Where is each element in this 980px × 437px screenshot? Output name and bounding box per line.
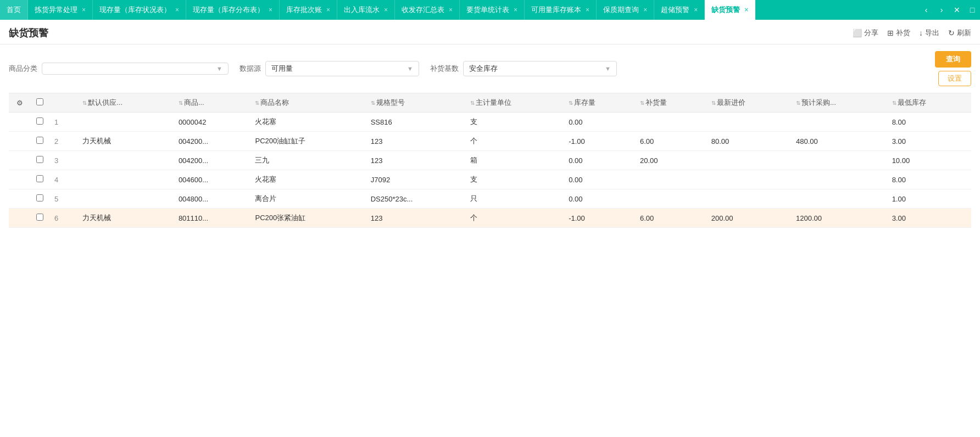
min-stock-th[interactable]: ⇅最低库存 [887, 93, 971, 113]
checkbox-cell[interactable] [31, 209, 49, 228]
tab-close-order-stats[interactable]: × [514, 6, 517, 14]
tab-close-expiry-query[interactable]: × [643, 6, 647, 14]
replenish-qty-cell: 20.00 [634, 151, 706, 170]
tab-label-inventory-dist: 现存量（库存分布表） [193, 5, 264, 15]
tab-expiry-query[interactable]: 保质期查询× [597, 0, 654, 20]
settings-button[interactable]: 设置 [938, 71, 971, 86]
table-row: 5004800...离合片DS250*23c...只0.001.00 [9, 189, 971, 209]
tab-close-inventory-dist[interactable]: × [269, 6, 272, 14]
row-checkbox[interactable] [36, 214, 43, 221]
spec-th-label: 规格型号 [376, 98, 405, 107]
share-button[interactable]: ⬜ 分享 [853, 28, 878, 38]
checkbox-cell[interactable] [31, 113, 49, 132]
default-supplier-cell [77, 170, 173, 189]
tab-inout-flow[interactable]: 出入库流水× [337, 0, 395, 20]
empty-gear-cell [9, 113, 31, 132]
checkbox-cell[interactable] [31, 151, 49, 170]
tab-order-stats[interactable]: 要货单统计表× [460, 0, 525, 20]
tab-available-ledger[interactable]: 可用量库存账本× [525, 0, 597, 20]
empty-gear-cell [9, 170, 31, 189]
tab-close-available-ledger[interactable]: × [586, 6, 589, 14]
stock-th[interactable]: ⇅库存量 [563, 93, 634, 113]
supplier-th-label: 默认供应... [88, 98, 122, 107]
estimated-purchase-cell [790, 170, 887, 189]
tab-receive-summary[interactable]: 收发存汇总表× [395, 0, 460, 20]
tab-close-receive-summary[interactable]: × [449, 6, 453, 14]
unit-cell: 支 [465, 170, 563, 189]
row-num-cell: 1 [49, 113, 77, 132]
latest-price-th[interactable]: ⇅最新进价 [706, 93, 790, 113]
replenish-qty-th[interactable]: ⇅补货量 [634, 93, 706, 113]
tab-label-overstock: 超储预警 [661, 5, 689, 15]
checkbox-cell[interactable] [31, 170, 49, 189]
tab-close-shortage[interactable]: × [744, 6, 748, 14]
category-filter-group: 商品分类 ▼ [9, 63, 229, 75]
replenish-base-label: 补货基数 [430, 64, 459, 74]
replenish-base-select[interactable]: 安全库存 ▼ [463, 61, 617, 76]
min-stock-cell: 1.00 [887, 189, 971, 209]
tab-label-available-ledger: 可用量库存账本 [531, 5, 581, 15]
tab-shortage[interactable]: 缺货预警× [705, 0, 755, 20]
tab-maximize-btn[interactable]: □ [965, 0, 980, 20]
table-header-row: ⚙ ⇅默认供应... ⇅商品... ⇅商品名称 ⇅规格型号 ⇅主计量单位 ⇅库存… [9, 93, 971, 113]
estimated-purchase-cell [790, 113, 887, 132]
category-chevron-icon: ▼ [216, 65, 222, 72]
row-checkbox[interactable] [36, 175, 43, 182]
unit-th[interactable]: ⇅主计量单位 [465, 93, 563, 113]
latest-price-th-label: 最新进价 [717, 98, 745, 107]
default-supplier-cell: 力天机械 [77, 209, 173, 228]
tab-label-inventory-status: 现存量（库存状况表） [99, 5, 171, 15]
replenish-qty-cell [634, 113, 706, 132]
product-name-th[interactable]: ⇅商品名称 [249, 93, 365, 113]
select-all-checkbox[interactable] [36, 98, 43, 105]
gear-settings-th[interactable]: ⚙ [9, 93, 31, 113]
table-container: ⚙ ⇅默认供应... ⇅商品... ⇅商品名称 ⇅规格型号 ⇅主计量单位 ⇅库存… [0, 93, 980, 228]
replenish-button[interactable]: ⊞ 补货 [887, 28, 910, 38]
tab-close-batch-account[interactable]: × [326, 6, 330, 14]
tab-exception[interactable]: 拣货异常处理× [28, 0, 93, 20]
tab-batch-account[interactable]: 库存批次账× [280, 0, 337, 20]
unit-th-label: 主计量单位 [476, 98, 511, 107]
gear-icon[interactable]: ⚙ [16, 99, 23, 107]
row-num-th [49, 93, 77, 113]
checkbox-cell[interactable] [31, 132, 49, 151]
tab-close-inventory-status[interactable]: × [175, 6, 179, 14]
datasource-select[interactable]: 可用量 ▼ [265, 61, 419, 76]
latest-price-cell: 200.00 [706, 209, 790, 228]
product-name-th-label: 商品名称 [260, 98, 289, 107]
tab-inventory-status[interactable]: 现存量（库存状况表）× [93, 0, 186, 20]
tab-next-btn[interactable]: › [934, 0, 949, 20]
query-button[interactable]: 查询 [935, 51, 971, 68]
spec-th[interactable]: ⇅规格型号 [365, 93, 465, 113]
stock-cell: 0.00 [563, 170, 634, 189]
product-code-th[interactable]: ⇅商品... [173, 93, 250, 113]
table-row: 3004200...三九123箱0.0020.0010.00 [9, 151, 971, 170]
tab-close-exception[interactable]: × [82, 6, 86, 14]
row-checkbox[interactable] [36, 137, 43, 144]
product-name-cell: 三九 [249, 151, 365, 170]
tab-label-shortage: 缺货预警 [711, 5, 740, 15]
tab-overstock[interactable]: 超储预警× [654, 0, 705, 20]
filter-actions: 查询 设置 [935, 51, 971, 86]
tab-close-overstock[interactable]: × [694, 6, 698, 14]
select-all-th[interactable] [31, 93, 49, 113]
supplier-th[interactable]: ⇅默认供应... [77, 93, 173, 113]
tab-home[interactable]: 首页 [0, 0, 28, 20]
export-button[interactable]: ↓ 导出 [919, 28, 939, 38]
product-name-cell: 火花塞 [249, 170, 365, 189]
tab-close-inout-flow[interactable]: × [384, 6, 388, 14]
row-checkbox[interactable] [36, 194, 43, 201]
category-label: 商品分类 [9, 64, 37, 74]
estimated-purchase-cell: 1200.00 [790, 209, 887, 228]
category-select[interactable]: ▼ [42, 63, 229, 75]
tab-close-all-btn[interactable]: ✕ [949, 0, 965, 20]
refresh-button[interactable]: ↻ 刷新 [948, 28, 971, 38]
spec-cell: J7092 [365, 170, 465, 189]
checkbox-cell[interactable] [31, 189, 49, 209]
product-name-cell: PC200油缸缸子 [249, 132, 365, 151]
tab-prev-btn[interactable]: ‹ [918, 0, 934, 20]
estimated-purchase-th[interactable]: ⇅预计采购... [790, 93, 887, 113]
row-checkbox[interactable] [36, 156, 43, 163]
tab-inventory-dist[interactable]: 现存量（库存分布表）× [186, 0, 280, 20]
row-checkbox[interactable] [36, 117, 43, 125]
